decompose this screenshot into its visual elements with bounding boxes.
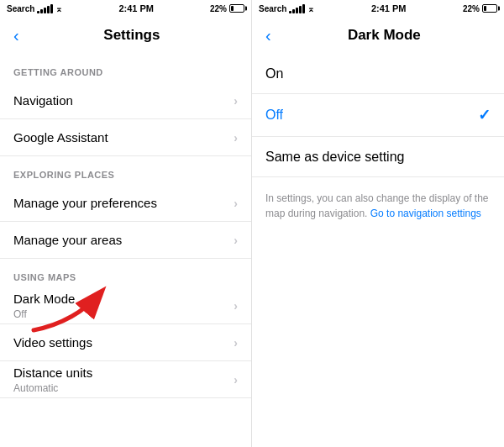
right-battery-pct: 22% (463, 4, 480, 13)
nav-item-manage-areas-content: Manage your areas (13, 232, 234, 249)
right-time: 2:41 PM (371, 3, 407, 13)
dark-mode-option-off[interactable]: Off ✓ (252, 94, 504, 137)
dark-mode-option-device[interactable]: Same as device setting (252, 137, 504, 177)
left-header: ‹ Settings (0, 17, 251, 54)
left-app-name: Search (7, 4, 34, 13)
nav-item-distance-units-chevron: › (234, 373, 238, 387)
left-wifi-icon: ⌅ (55, 4, 62, 13)
left-status-left: Search ⌅ (7, 4, 62, 13)
left-status-right: 22% (210, 4, 244, 13)
right-status-bar: Search ⌅ 2:41 PM 22% (252, 0, 504, 17)
dark-mode-off-label: Off (265, 108, 478, 123)
left-back-button[interactable]: ‹ (13, 27, 19, 44)
nav-item-distance-units-content: Distance units Automatic (13, 365, 234, 394)
dark-mode-on-label: On (265, 66, 491, 82)
right-back-button[interactable]: ‹ (265, 27, 271, 44)
right-signal-icon (289, 4, 305, 13)
dark-mode-off-checkmark: ✓ (478, 106, 491, 124)
dark-mode-info-link[interactable]: Go to navigation settings (370, 208, 481, 219)
right-header: ‹ Dark Mode (252, 17, 504, 54)
right-panel: Search ⌅ 2:41 PM 22% ‹ Dark Mode On Off … (252, 0, 504, 447)
left-battery-icon (229, 4, 244, 13)
nav-item-dark-mode[interactable]: Dark Mode Off › (0, 287, 251, 324)
nav-item-manage-preferences-chevron: › (234, 197, 238, 210)
section-using-maps: USING MAPS (0, 259, 251, 287)
nav-item-manage-preferences-title: Manage your preferences (13, 195, 234, 212)
nav-item-video-settings-title: Video settings (13, 334, 234, 351)
left-battery-fill (231, 6, 234, 11)
nav-item-dark-mode-title: Dark Mode (13, 291, 234, 308)
nav-item-navigation-content: Navigation (13, 92, 234, 109)
nav-item-distance-units-subtitle: Automatic (13, 382, 234, 394)
nav-item-manage-areas-chevron: › (234, 234, 238, 247)
section-exploring-places: EXPLORING PLACES (0, 156, 251, 185)
nav-item-dark-mode-subtitle: Off (13, 308, 234, 320)
right-status-right: 22% (463, 4, 497, 13)
nav-item-manage-areas-title: Manage your areas (13, 232, 234, 249)
right-wifi-icon: ⌅ (307, 4, 314, 13)
left-status-bar: Search ⌅ 2:41 PM 22% (0, 0, 251, 17)
nav-item-navigation-title: Navigation (13, 92, 234, 109)
nav-item-distance-units-title: Distance units (13, 365, 234, 381)
right-app-name: Search (259, 4, 286, 13)
nav-item-video-settings-chevron: › (234, 336, 238, 350)
nav-item-manage-preferences-content: Manage your preferences (13, 195, 234, 212)
nav-item-distance-units[interactable]: Distance units Automatic › (0, 361, 251, 398)
nav-item-navigation[interactable]: Navigation › (0, 82, 251, 119)
nav-item-dark-mode-content: Dark Mode Off (13, 291, 234, 320)
nav-item-manage-preferences[interactable]: Manage your preferences › (0, 185, 251, 222)
nav-item-video-settings[interactable]: Video settings › (0, 324, 251, 361)
right-battery-fill (484, 6, 486, 11)
right-page-title: Dark Mode (278, 27, 491, 44)
nav-item-video-settings-content: Video settings (13, 334, 234, 351)
left-time: 2:41 PM (118, 3, 154, 13)
nav-item-navigation-chevron: › (234, 94, 238, 108)
nav-item-google-assistant-content: Google Assistant (13, 129, 234, 146)
nav-item-google-assistant-title: Google Assistant (13, 129, 234, 146)
left-page-title: Settings (26, 27, 238, 44)
left-signal-icon (37, 4, 53, 13)
right-battery-icon (482, 4, 497, 13)
dark-mode-option-on[interactable]: On (252, 54, 504, 94)
left-battery-pct: 22% (210, 4, 227, 13)
nav-item-google-assistant-chevron: › (234, 131, 238, 145)
dark-mode-device-label: Same as device setting (265, 150, 491, 165)
section-getting-around: GETTING AROUND (0, 54, 251, 82)
right-status-left: Search ⌅ (259, 4, 314, 13)
nav-item-dark-mode-chevron: › (234, 299, 238, 313)
dark-mode-info: In settings, you can also change the dis… (252, 177, 504, 234)
left-panel-body: GETTING AROUND Navigation › Google Assis… (0, 54, 251, 447)
nav-item-google-assistant[interactable]: Google Assistant › (0, 119, 251, 156)
left-panel: Search ⌅ 2:41 PM 22% ‹ Settings GETTING … (0, 0, 252, 447)
nav-item-manage-areas[interactable]: Manage your areas › (0, 222, 251, 259)
